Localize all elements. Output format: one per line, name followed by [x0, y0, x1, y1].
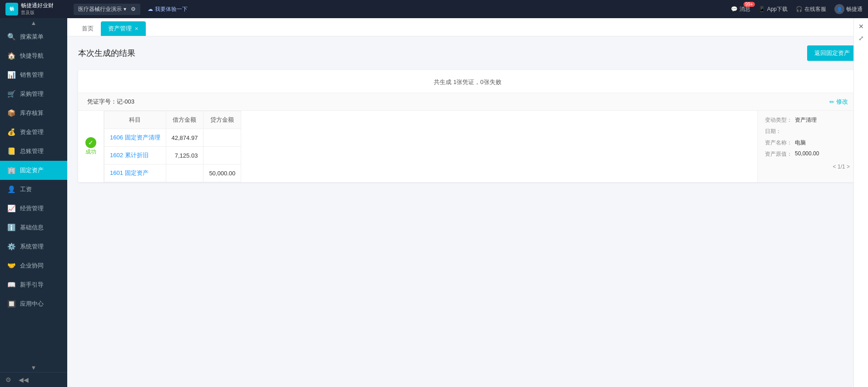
cloud-icon: ☁ [148, 6, 153, 12]
next-page-icon[interactable]: > [847, 164, 850, 170]
experience-label: 我要体验一下 [155, 5, 188, 13]
sidebar-item-label: 工资 [20, 185, 32, 194]
content-area: 首页 资产管理 ✕ 本次生成的结果 返回固定资产 共生成 1张凭证，0张失败 凭… [67, 18, 868, 387]
page-indicator: 1/1 [838, 164, 847, 170]
tab-bar: 首页 资产管理 ✕ [67, 18, 868, 36]
asset-value-value: 50,000.00 [795, 150, 819, 157]
change-type-value: 资产清理 [795, 116, 817, 124]
sidebar-item-app-center[interactable]: 🔲 应用中心 [0, 294, 67, 313]
table-row: 1601 固定资产 50,000.00 [104, 164, 241, 182]
success-icon: ✓ [85, 137, 96, 148]
settings-icon[interactable]: ⚙ [131, 6, 136, 12]
tab-asset-mgmt-label: 资产管理 [108, 25, 132, 33]
service-icon: 🎧 [796, 6, 803, 12]
logo-sub: 普及版 [21, 10, 54, 16]
avatar: 👤 [834, 4, 844, 14]
app-download-button[interactable]: 📱 App下载 [759, 5, 788, 13]
sidebar-item-search[interactable]: 🔍 搜索菜单 [0, 27, 67, 46]
close-icon[interactable]: ✕ [858, 23, 864, 30]
tab-close-icon[interactable]: ✕ [134, 26, 139, 32]
asset-name-value: 电脑 [795, 139, 806, 147]
online-service-label: 在线客服 [804, 5, 826, 13]
collapse-sidebar-icon[interactable]: ◀◀ [19, 376, 29, 383]
sidebar-item-finance[interactable]: 💰 资金管理 [0, 123, 67, 142]
voucher-status-col: ✓ 成功 [78, 111, 104, 182]
sidebar-item-label: 资金管理 [20, 128, 44, 136]
sidebar-item-salary[interactable]: 👤 工资 [0, 180, 67, 199]
date-row: 日期： [765, 128, 850, 135]
col-credit: 贷方金额 [203, 111, 241, 129]
salary-icon: 👤 [7, 185, 15, 194]
subject-cell[interactable]: 1601 固定资产 [104, 164, 166, 182]
app-download-label: App下载 [767, 5, 788, 13]
table-row: 1606 固定资产清理 42,874.97 [104, 129, 241, 147]
subject-cell[interactable]: 1606 固定资产清理 [104, 129, 166, 147]
settings-bottom-icon[interactable]: ⚙ [5, 376, 11, 383]
sales-icon: 📊 [7, 71, 15, 79]
asset-value-label: 资产原值： [765, 150, 792, 158]
voucher-header: 凭证字号：记-003 ✏ 修改 [78, 93, 857, 111]
sidebar-item-label: 经营管理 [20, 204, 44, 213]
sidebar-item-label: 企业协同 [20, 262, 44, 270]
online-service-button[interactable]: 🎧 在线客服 [796, 5, 826, 13]
debit-cell: 7,125.03 [166, 147, 203, 164]
experience-button[interactable]: ☁ 我要体验一下 [148, 5, 188, 13]
tab-home-label: 首页 [82, 25, 94, 33]
sidebar-item-guide[interactable]: 📖 新手引导 [0, 275, 67, 294]
page-title: 本次生成的结果 [78, 48, 135, 59]
ledger-icon: 📒 [7, 147, 15, 155]
col-subject: 科目 [104, 111, 166, 129]
credit-cell [203, 129, 241, 147]
sidebar-item-inventory[interactable]: 📦 库存核算 [0, 104, 67, 123]
subject-cell[interactable]: 1602 累计折旧 [104, 147, 166, 164]
page-header: 本次生成的结果 返回固定资产 [78, 45, 857, 61]
sidebar-item-label: 新手引导 [20, 281, 44, 289]
sidebar-item-sales[interactable]: 📊 销售管理 [0, 65, 67, 84]
download-icon: 📱 [759, 6, 765, 12]
success-text: 成功 [85, 148, 96, 156]
voucher-edit-button[interactable]: ✏ 修改 [829, 98, 848, 106]
table-row: 1602 累计折旧 7,125.03 [104, 147, 241, 164]
expand-icon[interactable]: ⤢ [858, 35, 864, 42]
sidebar-scroll-up[interactable]: ▲ [0, 18, 67, 27]
asset-name-label: 资产名称： [765, 139, 792, 147]
sidebar-item-label: 应用中心 [20, 300, 44, 308]
message-badge: 99+ [744, 2, 755, 7]
change-type-label: 变动类型： [765, 116, 792, 124]
sidebar-item-fixed-assets[interactable]: 🏢 固定资产 [0, 161, 67, 180]
fixed-assets-icon: 🏢 [7, 166, 15, 174]
home-icon: 🏠 [7, 52, 15, 60]
sidebar-item-purchase[interactable]: 🛒 采购管理 [0, 84, 67, 104]
username: 畅捷通 [846, 5, 863, 13]
sidebar-item-enterprise[interactable]: 🤝 企业协同 [0, 256, 67, 275]
sidebar-item-label: 总账管理 [20, 147, 44, 155]
sidebar-scroll-down[interactable]: ▼ [0, 363, 67, 372]
voucher-number: 凭证字号：记-003 [87, 98, 134, 106]
tab-home[interactable]: 首页 [74, 21, 101, 36]
user-profile[interactable]: 👤 畅捷通 [834, 4, 863, 14]
credit-cell: 50,000.00 [203, 164, 241, 182]
sidebar-item-label: 基础信息 [20, 223, 44, 232]
message-button[interactable]: 💬 消息 99+ [731, 5, 750, 13]
purchase-icon: 🛒 [7, 90, 15, 98]
prev-page-icon[interactable]: < [833, 164, 836, 170]
basic-info-icon: ℹ️ [7, 223, 15, 232]
right-panel: ✕ ⤢ [853, 18, 868, 387]
project-selector[interactable]: 医疗器械行业演示 ▾ ⚙ [74, 4, 140, 15]
side-info-panel: 变动类型： 资产清理 日期： 资产名称： 电脑 [757, 111, 857, 182]
message-icon: 💬 [731, 6, 738, 12]
side-info-pagination[interactable]: < 1/1 > [765, 164, 850, 170]
edit-label: 修改 [836, 98, 848, 106]
sidebar-item-quick-nav[interactable]: 🏠 快捷导航 [0, 46, 67, 65]
app-center-icon: 🔲 [7, 300, 15, 308]
tab-asset-mgmt[interactable]: 资产管理 ✕ [101, 21, 146, 36]
sidebar-item-system[interactable]: ⚙️ 系统管理 [0, 237, 67, 256]
sidebar-item-operations[interactable]: 📈 经营管理 [0, 199, 67, 218]
result-summary: 共生成 1张凭证，0张失败 [78, 70, 857, 93]
main-layout: ▲ 🔍 搜索菜单 🏠 快捷导航 📊 销售管理 🛒 采购管理 📦 库存核算 [0, 18, 868, 387]
return-button[interactable]: 返回固定资产 [807, 45, 857, 61]
sidebar-item-basic-info[interactable]: ℹ️ 基础信息 [0, 218, 67, 237]
sidebar-item-ledger[interactable]: 📒 总账管理 [0, 142, 67, 161]
asset-name-row: 资产名称： 电脑 [765, 139, 850, 147]
guide-icon: 📖 [7, 281, 15, 289]
